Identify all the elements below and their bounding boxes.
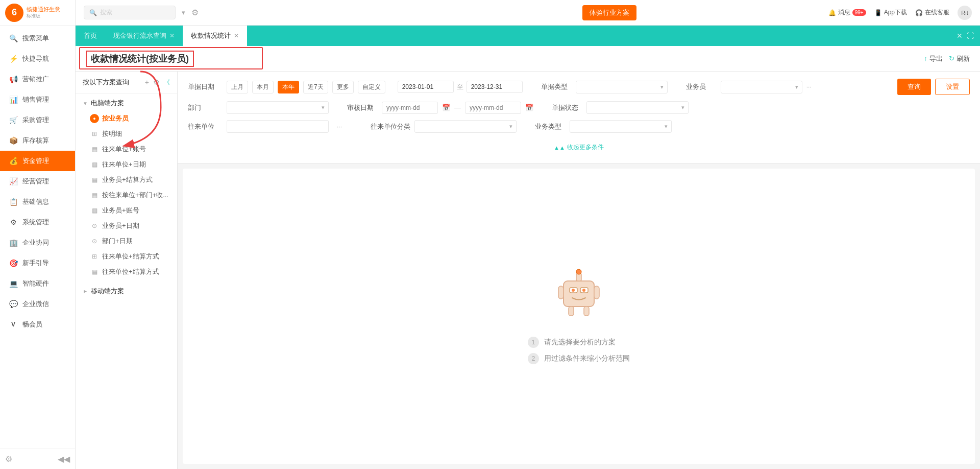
refresh-button[interactable]: ↻ 刷新 (949, 54, 970, 63)
content-area: 按以下方案查询 + ⚙ 《 ▼ 电脑端方案 ● 按业务员 ⊞ (76, 72, 980, 469)
sidebar-item-search[interactable]: 🔍 搜索菜单 (0, 28, 75, 49)
business-type-select[interactable] (570, 120, 672, 133)
tree-item-unit-settle1[interactable]: ⊞ 往来单位+结算方式 (76, 249, 177, 264)
review-date-calendar-icon[interactable]: 📅 (442, 104, 450, 111)
sidebar-item-system[interactable]: ⚙ 系统管理 (0, 212, 75, 232)
bill-status-label: 单据状态 (552, 103, 582, 112)
date-btn-this-month[interactable]: 本月 (252, 81, 274, 93)
notification-button[interactable]: 🔔 消息 99+ (828, 8, 866, 17)
tab-close-all[interactable]: ✕ (957, 32, 963, 40)
filter-row-1: 单据日期 上月 本月 本年 近7天 更多 自定义 至 (188, 79, 970, 95)
bill-status-select[interactable] (586, 101, 689, 114)
sidebar-item-wechat[interactable]: 💬 企业微信 (0, 294, 75, 314)
date-btn-last-month[interactable]: 上月 (227, 81, 248, 93)
tree-item-by-detail[interactable]: ⊞ 按明细 (76, 126, 177, 142)
tree-item-salesman-settle[interactable]: ▦ 业务员+结算方式 (76, 172, 177, 187)
empty-step-2: 2 用过滤条件来缩小分析范围 (528, 353, 630, 364)
svg-rect-7 (558, 286, 564, 299)
tabbar-end: ✕ ⛶ (957, 32, 980, 40)
user-avatar[interactable]: Rit (958, 6, 972, 20)
sidebar-item-finance[interactable]: 💰 资金管理 (0, 151, 75, 171)
filter-area: 单据日期 上月 本月 本年 近7天 更多 自定义 至 (178, 72, 980, 163)
sidebar-item-sales[interactable]: 📊 销售管理 (0, 89, 75, 110)
counterpart-more-btn[interactable]: ··· (337, 123, 342, 130)
query-button[interactable]: 查询 (897, 79, 931, 95)
member-icon: V (8, 319, 18, 330)
tab-bank[interactable]: 现金银行流水查询 ✕ (105, 26, 183, 46)
date-btn-this-year[interactable]: 本年 (278, 81, 299, 93)
date-btn-custom[interactable]: 自定义 (358, 81, 385, 93)
collapse-label: 收起更多条件 (567, 143, 604, 152)
svg-point-4 (582, 289, 585, 292)
sidebar-item-shortcut[interactable]: ⚡ 快捷导航 (0, 49, 75, 69)
sidebar-item-guide[interactable]: 🎯 新手引导 (0, 253, 75, 273)
tab-expand[interactable]: ⛶ (967, 32, 974, 40)
bill-type-select[interactable] (576, 81, 668, 93)
app-download-button[interactable]: 📱 App下载 (874, 8, 907, 17)
collapse-sidebar-icon[interactable]: ◀◀ (58, 454, 70, 464)
svg-rect-9 (569, 307, 574, 316)
dept-select[interactable] (227, 101, 329, 114)
export-button[interactable]: ↑ 导出 (924, 54, 943, 63)
review-date-end[interactable] (465, 102, 521, 114)
counterpart-category-select[interactable] (414, 120, 517, 133)
topbar-gear-icon[interactable]: ⚙ (191, 8, 199, 17)
tree-item-by-salesman[interactable]: ● 按业务员 (76, 111, 177, 126)
review-date-end-calendar-icon[interactable]: 📅 (525, 104, 533, 111)
counterpart-input[interactable] (227, 120, 329, 133)
tab-home[interactable]: 首页 (76, 26, 105, 46)
topbar-search-box[interactable]: 🔍 搜索 (84, 6, 176, 19)
active-dot-icon: ● (90, 114, 99, 123)
topbar-dropdown-icon[interactable]: ▾ (182, 9, 185, 16)
sidebar-item-basic[interactable]: 📋 基础信息 (0, 192, 75, 212)
tree-item-salesman-account[interactable]: ▦ 业务员+账号 (76, 203, 177, 218)
topbar-solution-btn-wrapper: 体验行业方案 (582, 5, 636, 20)
settings-bottom-icon[interactable]: ⚙ (5, 454, 12, 464)
date-start-input[interactable] (398, 81, 454, 93)
logo: 6 畅捷通好生意 标准版 (0, 0, 75, 26)
date-end-input[interactable] (467, 81, 523, 93)
salesman-select-wrapper (721, 81, 802, 93)
salesman-more-btn[interactable]: ··· (806, 83, 812, 90)
date-range-inputs: 至 (398, 81, 523, 93)
solution-button[interactable]: 体验行业方案 (582, 5, 636, 20)
review-date-group: 审核日期 📅 — 📅 (347, 102, 533, 114)
sidebar-item-member[interactable]: V 畅会员 (0, 314, 75, 335)
tree-item-unit-settle2[interactable]: ▦ 往来单位+结算方式 (76, 264, 177, 279)
sidebar-item-marketing[interactable]: 📢 营销推广 (0, 69, 75, 89)
sidebar-bottom: ⚙ ◀◀ (0, 449, 75, 469)
review-date-start[interactable] (382, 102, 438, 114)
settings-button[interactable]: 设置 (935, 79, 970, 95)
business-type-group: 业务类型 (535, 120, 672, 133)
tree-group-mobile-label[interactable]: ▼ 移动端方案 (76, 284, 177, 299)
counterpart-category-wrapper (414, 120, 517, 133)
sidebar-item-operation[interactable]: 📈 经营管理 (0, 171, 75, 192)
tree-item-unit-date[interactable]: ▦ 往来单位+日期 (76, 157, 177, 172)
tree-item-dept-date[interactable]: ⊙ 部门+日期 (76, 233, 177, 249)
date-btn-more[interactable]: 更多 (332, 81, 354, 93)
sidebar-item-inventory[interactable]: 📦 库存核算 (0, 130, 75, 151)
tree-item-unit-dept[interactable]: ▦ 按往来单位+部门+收... (76, 187, 177, 203)
salesman-label: 业务员 (686, 82, 717, 91)
sidebar-item-hardware[interactable]: 💻 智能硬件 (0, 273, 75, 294)
clock-icon-1: ⊙ (90, 221, 99, 230)
left-panel-add-icon[interactable]: + (145, 78, 149, 86)
left-panel-settings-icon[interactable]: ⚙ (153, 78, 160, 86)
collapse-arrow-icon: ▲▲ (554, 145, 565, 151)
date-btn-7days[interactable]: 近7天 (303, 81, 328, 93)
svg-rect-0 (564, 281, 594, 307)
empty-steps: 1 请先选择要分析的方案 2 用过滤条件来缩小分析范围 (528, 337, 630, 369)
collapse-bar[interactable]: ▲▲ 收起更多条件 (188, 139, 970, 156)
left-panel-collapse-icon[interactable]: 《 (164, 78, 170, 87)
sidebar-item-purchase[interactable]: 🛒 采购管理 (0, 110, 75, 130)
tab-collection[interactable]: 收款情况统计 ✕ (183, 26, 247, 46)
tree-group-pc-label[interactable]: ▼ 电脑端方案 (76, 96, 177, 111)
sidebar-item-enterprise[interactable]: 🏢 企业协同 (0, 232, 75, 253)
tab-bank-close[interactable]: ✕ (169, 32, 175, 39)
online-service-button[interactable]: 🎧 在线客服 (915, 8, 949, 17)
tree-item-salesman-date[interactable]: ⊙ 业务员+日期 (76, 218, 177, 233)
page-actions: ↑ 导出 ↻ 刷新 (924, 54, 970, 63)
tab-collection-close[interactable]: ✕ (234, 32, 239, 39)
tree-item-unit-account[interactable]: ▦ 往来单位+账号 (76, 142, 177, 157)
salesman-select[interactable] (721, 81, 802, 93)
